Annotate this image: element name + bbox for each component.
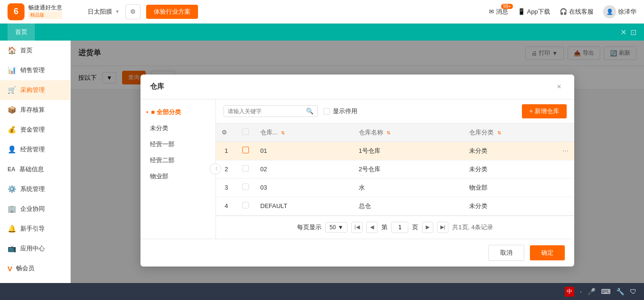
username: 徐泽华 [618, 8, 636, 16]
sidebar-item-home[interactable]: 🏠 首页 [0, 41, 70, 60]
settings-button[interactable]: ⚙ [125, 4, 140, 19]
collapse-panel-button[interactable]: 《 [210, 163, 221, 175]
sidebar-item-app-center[interactable]: 📺 应用中心 [0, 239, 70, 258]
page-info: 共1页, 4条记录 [452, 223, 493, 232]
category-item-property[interactable]: 物业部 [140, 168, 215, 184]
sidebar-label-sales: 销售管理 [20, 66, 45, 75]
per-page-select[interactable]: 50 ▼ [325, 222, 347, 233]
category-item-dept2[interactable]: 经营二部 [140, 152, 215, 168]
row1-code: 01 [255, 142, 353, 160]
modal-header: 仓库 × [140, 75, 574, 100]
row4-checkbox[interactable] [237, 197, 255, 215]
category-panel: ▪ ■ 全部分类 未分类 经营一部 经营二部 物业部 [140, 100, 216, 239]
table-head: ⚙ 仓库... ⇅ [216, 124, 574, 142]
row4-code: DEFAULT [255, 197, 353, 215]
taskbar-shield-icon[interactable]: 🛡 [630, 288, 636, 295]
store-name: 日太阳膜 [88, 8, 112, 16]
app-download-button[interactable]: 📱 App下载 [518, 8, 550, 16]
select-all-checkbox[interactable] [242, 128, 249, 135]
table-panel: 🔍 显示停用 + 新增仓库 [216, 100, 574, 239]
category-all-label: ■ 全部分类 [151, 108, 181, 117]
sidebar-label-purchase: 采购管理 [20, 86, 45, 94]
row3-name: 水 [353, 178, 464, 197]
sidebar-label-enterprise: 企业协同 [20, 205, 45, 213]
sidebar-label-guide: 新手引导 [20, 225, 45, 233]
app-center-icon: 📺 [8, 244, 17, 253]
next-page-button[interactable]: ▶ [422, 222, 433, 233]
taskbar-keyboard-icon[interactable]: ⌨ [601, 288, 611, 295]
row1-index: 1 [216, 142, 237, 160]
sidebar-item-system[interactable]: ⚙️ 系统管理 [0, 179, 70, 199]
col-code-sort-icon: ⇅ [281, 130, 285, 135]
taskbar-mic-icon[interactable]: 🎤 [587, 288, 595, 295]
purchase-icon: 🛒 [8, 86, 17, 94]
modal-title: 仓库 [150, 82, 164, 91]
add-warehouse-button[interactable]: + 新增仓库 [522, 104, 567, 118]
last-page-button[interactable]: ▶| [437, 222, 448, 233]
row1-checkbox[interactable] [237, 142, 255, 160]
member-icon: V [8, 265, 12, 273]
first-page-button[interactable]: |◀ [351, 222, 363, 233]
page-input[interactable] [391, 222, 408, 233]
nav-close-button[interactable]: ✕ [620, 28, 627, 37]
message-badge: 99+ [501, 4, 513, 9]
sidebar-item-guide[interactable]: 🔔 新手引导 [0, 219, 70, 239]
sidebar-item-basic-info[interactable]: EA 基础信息 [0, 159, 70, 179]
table-row[interactable]: 3 03 水 物业部 [216, 178, 574, 197]
nav-expand-button[interactable]: ⊡ [630, 28, 636, 37]
sidebar-item-purchase[interactable]: 🛒 采购管理 [0, 80, 70, 100]
taskbar-icon-dot[interactable]: · [580, 288, 582, 295]
confirm-button[interactable]: 确定 [530, 245, 565, 260]
sidebar-item-operations[interactable]: 👤 经营管理 [0, 140, 70, 159]
table-row[interactable]: 2 02 2号仓库 未分类 [216, 160, 574, 178]
modal-close-button[interactable]: × [553, 81, 565, 92]
table-body: 1 01 1号仓库 未分类 ··· [216, 142, 574, 215]
sidebar-item-member[interactable]: V 畅会员 [0, 258, 70, 278]
prev-page-button[interactable]: ◀ [366, 222, 378, 233]
table-settings-icon[interactable]: ⚙ [222, 129, 227, 136]
category-all[interactable]: ▪ ■ 全部分类 [140, 104, 215, 120]
category-item-unclassified[interactable]: 未分类 [140, 120, 215, 136]
col-name-header[interactable]: 仓库名称 ⇅ [353, 124, 464, 142]
table-row[interactable]: 4 DEFAULT 总仓 未分类 [216, 197, 574, 215]
sidebar-item-inventory[interactable]: 📦 库存核算 [0, 100, 70, 120]
taskbar-icon-zh[interactable]: 中 [565, 287, 574, 297]
taskbar-tool-icon[interactable]: 🔧 [616, 288, 624, 295]
cancel-button[interactable]: 取消 [488, 245, 524, 261]
trial-button[interactable]: 体验行业方案 [146, 5, 198, 19]
col-code-header[interactable]: 仓库... ⇅ [255, 124, 353, 142]
user-profile-button[interactable]: 👤 徐泽华 [603, 5, 636, 18]
nav-tab-home[interactable]: 首页 [8, 24, 35, 41]
top-header: 6 畅捷通好生意 精品版 日太阳膜 ▼ ⚙ 体验行业方案 ✉ 消息 99+ 📱 … [0, 0, 644, 24]
operations-icon: 👤 [8, 145, 17, 154]
row2-checkbox[interactable] [237, 160, 255, 178]
online-service-button[interactable]: 🎧 在线客服 [560, 8, 594, 16]
table-toolbar: 🔍 显示停用 + 新增仓库 [216, 100, 574, 124]
online-service-label: 在线客服 [569, 8, 594, 16]
nav-bar: 首页 ✕ ⊡ [0, 24, 644, 41]
row1-more-icon[interactable]: ··· [562, 147, 569, 155]
col-name-sort-icon: ⇅ [387, 130, 390, 135]
sidebar-item-finance[interactable]: 💰 资金管理 [0, 120, 70, 140]
row3-checkbox[interactable] [237, 178, 255, 197]
home-icon: 🏠 [8, 46, 17, 55]
sidebar-item-enterprise[interactable]: 🏢 企业协同 [0, 199, 70, 219]
headset-icon: 🎧 [560, 8, 567, 15]
sidebar-label-basic-info: 基础信息 [19, 165, 44, 174]
col-category-header[interactable]: 仓库分类 ⇅ [463, 124, 574, 142]
per-page-label: 每页显示 [297, 223, 322, 232]
search-input[interactable] [228, 108, 304, 115]
sidebar-label-app-center: 应用中心 [20, 244, 45, 253]
store-arrow-icon: ▼ [115, 9, 120, 14]
messages-button[interactable]: ✉ 消息 99+ [489, 8, 508, 16]
show-disabled-checkbox[interactable] [323, 108, 330, 115]
store-selector[interactable]: 日太阳膜 ▼ [88, 8, 120, 16]
category-item-dept1[interactable]: 经营一部 [140, 136, 215, 152]
col-category-sort-icon: ⇅ [497, 130, 501, 135]
sidebar-label-operations: 经营管理 [20, 145, 45, 154]
row3-code: 03 [255, 178, 353, 197]
sidebar-item-sales[interactable]: 📊 销售管理 [0, 60, 70, 80]
warehouse-table: ⚙ 仓库... ⇅ [216, 124, 574, 216]
table-row[interactable]: 1 01 1号仓库 未分类 ··· [216, 142, 574, 160]
sales-icon: 📊 [8, 66, 17, 75]
